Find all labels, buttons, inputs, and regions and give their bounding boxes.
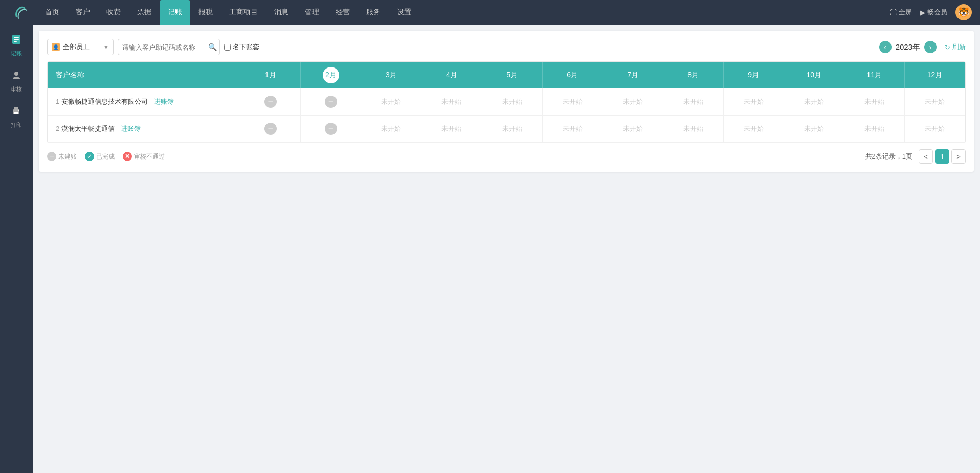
col-mar: 3月 [361, 62, 421, 88]
cell-month-1: − [240, 116, 301, 143]
status-minus-icon: − [264, 123, 277, 135]
table-row: 2漠澜太平畅捷通信 进账簿−−未开始未开始未开始未开始未开始未开始未开始未开始未… [48, 116, 965, 143]
search-input[interactable] [122, 43, 208, 51]
col-apr: 4月 [421, 62, 482, 88]
nav-operation[interactable]: 经营 [327, 0, 358, 25]
svg-rect-6 [14, 107, 18, 109]
nav-message[interactable]: 消息 [266, 0, 297, 25]
year-nav: ‹ 2023年 › [879, 41, 937, 53]
refresh-button[interactable]: ↻ 刷新 [945, 42, 966, 52]
page-1-button[interactable]: 1 [935, 149, 949, 164]
cell-month-6: 未开始 [542, 116, 603, 143]
svg-rect-2 [14, 39, 19, 40]
enter-ledger-link[interactable]: 进账簿 [154, 98, 174, 105]
sidebar-label-bookkeeping: 记账 [11, 50, 22, 57]
search-button[interactable]: 🔍 [208, 43, 217, 51]
col-dec: 12月 [904, 62, 965, 88]
nav-customer[interactable]: 客户 [68, 0, 98, 25]
row-num: 2 [56, 125, 59, 132]
sidebar-label-audit: 审核 [11, 85, 22, 93]
cell-month-9: 未开始 [723, 88, 784, 116]
total-info: 共2条记录，1页 [865, 152, 912, 161]
table-header: 客户名称 1月 2月 3月 4月 5月 6月 7月 8月 9月 10月 11月 [48, 62, 965, 88]
pagination: 共2条记录，1页 < 1 > [865, 149, 966, 164]
rejected-icon: ✕ [123, 152, 132, 161]
cell-month-2: − [301, 88, 361, 116]
cell-month-5: 未开始 [482, 88, 542, 116]
main-content: 👤 全部员工 ▼ 🔍 名下账套 ‹ 2023年 › ↻ 刷新 [33, 25, 980, 473]
status-minus-icon: − [325, 96, 337, 108]
nav-tax[interactable]: 报税 [190, 0, 221, 25]
next-year-button[interactable]: › [924, 41, 937, 53]
cell-month-12: 未开始 [904, 116, 965, 143]
play-icon: ▶ [920, 9, 925, 16]
svg-rect-3 [14, 41, 17, 42]
enter-ledger-link[interactable]: 进账簿 [121, 125, 141, 132]
vip-button[interactable]: ▶ 畅会员 [920, 8, 947, 17]
legend-not-built: − 未建账 [47, 152, 77, 161]
avatar[interactable]: 🐯 [955, 4, 972, 20]
employee-select-text: 全部员工 [63, 42, 99, 52]
nav-business[interactable]: 工商项目 [221, 0, 266, 25]
x-symbol: ✕ [125, 153, 130, 160]
legend-done: ✓ 已完成 [85, 152, 115, 161]
legend-done-label: 已完成 [96, 152, 115, 161]
search-wrap: 🔍 [118, 39, 220, 55]
sidebar-item-audit[interactable]: 审核 [2, 64, 31, 98]
done-icon: ✓ [85, 152, 94, 161]
nav-manage[interactable]: 管理 [297, 0, 327, 25]
nav-bookkeeping[interactable]: 记账 [160, 0, 190, 25]
table-row: 1安徽畅捷通信息技术有限公司 进账簿−−未开始未开始未开始未开始未开始未开始未开… [48, 88, 965, 116]
svg-point-8 [18, 110, 19, 111]
prev-year-button[interactable]: ‹ [879, 41, 892, 53]
cell-month-12: 未开始 [904, 88, 965, 116]
next-page-button[interactable]: > [951, 149, 966, 164]
nav-billing[interactable]: 收费 [98, 0, 129, 25]
active-month-badge: 2月 [323, 67, 339, 83]
cell-month-11: 未开始 [844, 88, 904, 116]
cell-month-6: 未开始 [542, 88, 603, 116]
year-text: 2023年 [896, 42, 920, 52]
sidebar-item-print[interactable]: 打印 [2, 100, 31, 134]
cell-month-8: 未开始 [663, 88, 723, 116]
nav-service[interactable]: 服务 [358, 0, 389, 25]
nav-settings[interactable]: 设置 [389, 0, 419, 25]
col-name: 客户名称 [48, 62, 240, 88]
col-feb: 2月 [301, 62, 361, 88]
sub-account-checkbox[interactable] [224, 44, 231, 51]
cell-month-3: 未开始 [361, 116, 421, 143]
prev-page-button[interactable]: < [919, 149, 933, 164]
nav-right: ⛶ 全屏 ▶ 畅会员 🐯 [890, 4, 972, 20]
fullscreen-button[interactable]: ⛶ 全屏 [890, 8, 912, 17]
legend-not-built-label: 未建账 [58, 152, 77, 161]
cell-month-1: − [240, 88, 301, 116]
table-body: 1安徽畅捷通信息技术有限公司 进账簿−−未开始未开始未开始未开始未开始未开始未开… [48, 88, 965, 143]
minus-symbol: − [49, 152, 54, 161]
legend-rejected: ✕ 审核不通过 [123, 152, 165, 161]
company-name: 安徽畅捷通信息技术有限公司 [61, 98, 148, 105]
toolbar: 👤 全部员工 ▼ 🔍 名下账套 ‹ 2023年 › ↻ 刷新 [47, 39, 966, 55]
status-minus-icon: − [325, 123, 337, 135]
print-icon [11, 105, 22, 119]
cell-name: 1安徽畅捷通信息技术有限公司 进账簿 [48, 88, 240, 116]
cell-month-8: 未开始 [663, 116, 723, 143]
vip-label: 畅会员 [927, 8, 947, 17]
nav-home[interactable]: 首页 [37, 0, 68, 25]
cell-month-9: 未开始 [723, 116, 784, 143]
cell-month-3: 未开始 [361, 88, 421, 116]
nav-invoice[interactable]: 票据 [129, 0, 160, 25]
table-wrap: 客户名称 1月 2月 3月 4月 5月 6月 7月 8月 9月 10月 11月 [47, 61, 966, 143]
checkbox-wrap[interactable]: 名下账套 [224, 42, 259, 52]
employee-icon: 👤 [52, 43, 60, 51]
cell-month-5: 未开始 [482, 116, 542, 143]
audit-icon [11, 70, 22, 83]
row-num: 1 [56, 98, 59, 105]
logo [8, 4, 33, 20]
col-may: 5月 [482, 62, 542, 88]
svg-rect-7 [14, 112, 18, 114]
content-card: 👤 全部员工 ▼ 🔍 名下账套 ‹ 2023年 › ↻ 刷新 [39, 31, 974, 172]
employee-select[interactable]: 👤 全部员工 ▼ [47, 39, 114, 55]
sidebar-item-bookkeeping[interactable]: 记账 [2, 29, 31, 62]
sidebar: 记账 审核 打印 [0, 25, 33, 473]
bookkeeping-icon [11, 34, 22, 48]
